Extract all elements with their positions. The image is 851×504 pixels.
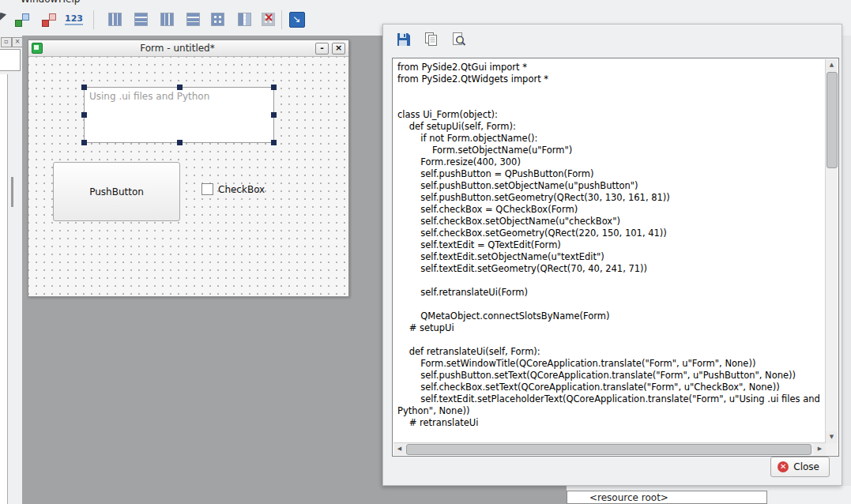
- dock-close-button[interactable]: ×: [12, 37, 23, 47]
- resize-handle-w[interactable]: [81, 112, 87, 118]
- splitter-h-icon: [160, 13, 174, 26]
- splitter-v-icon: [186, 13, 200, 26]
- scroll-up-arrow[interactable]: ▲: [826, 59, 838, 71]
- scroll-down-arrow[interactable]: ▼: [826, 431, 838, 443]
- right-edge-strip: [842, 36, 851, 486]
- menu-window[interactable]: Window: [21, 0, 58, 5]
- resize-handle-ne[interactable]: [271, 85, 277, 90]
- textedit-placeholder: Using .ui files and Python: [85, 88, 273, 105]
- layout-horizontal-splitter-icon[interactable]: [156, 9, 178, 30]
- form-layout-icon: [238, 13, 251, 26]
- pushbutton-widget[interactable]: PushButton: [53, 162, 180, 221]
- find-icon: [451, 32, 467, 47]
- view-code-dialog: from PySide2.QtGui import * from PySide2…: [382, 24, 842, 486]
- resize-handle-sw[interactable]: [81, 140, 87, 145]
- code-view[interactable]: from PySide2.QtGui import * from PySide2…: [393, 59, 826, 443]
- menu-help[interactable]: Help: [58, 0, 80, 5]
- copy-icon: [424, 32, 439, 47]
- save-button[interactable]: [394, 30, 413, 49]
- code-dialog-toolbar: [394, 30, 469, 51]
- edit-signals-slots-icon[interactable]: [11, 9, 32, 30]
- layout-vertical-icon[interactable]: [130, 9, 152, 30]
- resource-root-item[interactable]: <resource root>: [567, 491, 767, 504]
- resize-handle-s[interactable]: [177, 140, 183, 145]
- horizontal-bars-icon: [134, 13, 148, 26]
- form-window-icon: [32, 43, 43, 54]
- minimize-button[interactable]: -: [315, 43, 329, 55]
- layout-grid-icon[interactable]: [207, 9, 228, 30]
- layout-horizontal-icon[interactable]: [104, 9, 126, 30]
- code-view-frame: from PySide2.QtGui import * from PySide2…: [392, 58, 839, 457]
- dock-float-button[interactable]: ▫: [1, 37, 12, 47]
- menubar: Window Help: [0, 0, 851, 6]
- grid-icon: [211, 13, 224, 26]
- break-grid-icon: ×: [262, 13, 275, 26]
- find-button[interactable]: [450, 30, 469, 49]
- mdi-area-bottom: [383, 486, 567, 504]
- close-x-icon: ✕: [778, 461, 789, 472]
- resize-handle-e[interactable]: [271, 112, 277, 118]
- resize-handle-se[interactable]: [271, 140, 277, 145]
- close-button-label: Close: [793, 461, 819, 472]
- widget-filter-input[interactable]: [0, 49, 21, 71]
- buddy-icon: [42, 13, 56, 26]
- vertical-scrollbar[interactable]: ▲ ▼: [825, 59, 838, 443]
- copy-button[interactable]: [422, 30, 441, 49]
- horizontal-scrollbar[interactable]: ◀ ▶: [393, 442, 826, 455]
- form-canvas[interactable]: Using .ui files and Python PushButton Ch…: [28, 57, 348, 296]
- resize-arrow-icon: ↘: [289, 12, 305, 28]
- layout-vertical-splitter-icon[interactable]: [183, 9, 204, 30]
- checkbox-widget[interactable]: CheckBox: [201, 183, 265, 195]
- form-window-titlebar[interactable]: Form - untitled* - ×: [28, 40, 348, 57]
- adjust-size-icon[interactable]: ↘: [286, 9, 307, 30]
- close-dialog-button[interactable]: ✕ Close: [770, 457, 830, 477]
- generated-code[interactable]: from PySide2.QtGui import * from PySide2…: [393, 59, 826, 431]
- layout-form-icon[interactable]: [234, 9, 255, 30]
- toolbar-separator: [281, 10, 282, 29]
- widget-box-dock-fragment: ▫ ×: [0, 36, 22, 504]
- vertical-bars-icon: [108, 13, 122, 26]
- tab-order-123-icon: 123: [65, 14, 83, 25]
- dock-scrollbar-fragment[interactable]: [11, 177, 13, 207]
- resize-handle-nw[interactable]: [81, 85, 87, 90]
- save-icon: [396, 32, 412, 47]
- scroll-left-arrow[interactable]: ◀: [393, 443, 405, 455]
- toolbar-separator: [93, 10, 94, 29]
- close-button[interactable]: ×: [332, 43, 345, 55]
- checkbox-label: CheckBox: [218, 184, 265, 195]
- qt-designer-screen: Window Help 123 × ↘ ▫ × <resource root>: [0, 0, 851, 504]
- cursor-icon: [0, 12, 12, 26]
- scrollbar-corner: [826, 443, 838, 455]
- resize-handle-n[interactable]: [177, 85, 183, 90]
- checkbox-box[interactable]: [201, 183, 213, 195]
- break-layout-icon[interactable]: ×: [258, 9, 279, 30]
- form-window-title: Form - untitled*: [43, 43, 312, 54]
- widget-box-panel-edge: [0, 74, 8, 504]
- scroll-right-arrow[interactable]: ▶: [814, 443, 826, 455]
- horizontal-scroll-thumb[interactable]: [406, 444, 811, 455]
- form-editor-window: Form - untitled* - × Using .ui files and…: [28, 39, 349, 297]
- vertical-scroll-thumb[interactable]: [827, 72, 838, 168]
- textedit-widget[interactable]: Using .ui files and Python: [84, 87, 274, 143]
- edit-tab-order-icon[interactable]: 123: [63, 9, 85, 30]
- resource-browser-dock-fragment: <resource root>: [567, 486, 851, 504]
- signal-slot-icon: [15, 13, 29, 26]
- edit-buddies-icon[interactable]: [38, 9, 59, 30]
